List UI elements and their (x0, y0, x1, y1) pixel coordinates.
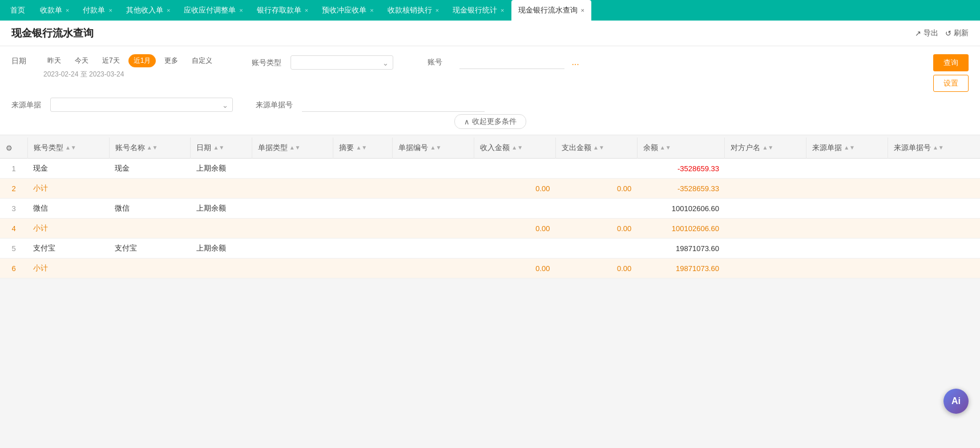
col-label-source_doc: 来源单据 (812, 143, 842, 153)
date-option-更多[interactable]: 更多 (159, 54, 183, 67)
cell-num: 5 (0, 239, 27, 259)
col-header-source_doc_no[interactable]: 来源单据号▲▼ (888, 138, 980, 159)
table-row: 6小计0.000.0019871073.60 (0, 259, 980, 279)
account-type-label: 账号类型 (252, 58, 281, 68)
col-header-expense[interactable]: 支出金额▲▼ (555, 138, 637, 159)
nav-tab-收款核销执行[interactable]: 收款核销执行× (381, 0, 446, 21)
collapse-icon: ∧ (464, 118, 470, 126)
cell-num: 1 (0, 159, 27, 179)
cell-expense (555, 239, 637, 259)
nav-tab-现金银行统计[interactable]: 现金银行统计× (446, 0, 511, 21)
source-doc-select[interactable] (50, 98, 233, 112)
sort-icon-doc_no: ▲▼ (430, 145, 441, 151)
cell-num: 2 (0, 179, 27, 199)
col-label-income: 收入金额 (480, 143, 510, 153)
cell-summary (333, 239, 393, 259)
table-settings-icon[interactable]: ⚙ (6, 144, 13, 152)
collapse-row: ∧ 收起更多条件 (11, 114, 969, 129)
account-dots-button[interactable]: ... (571, 57, 579, 67)
settings-button[interactable]: 设置 (933, 75, 969, 92)
col-label-summary: 摘要 (339, 143, 354, 153)
col-label-date: 日期 (196, 143, 211, 153)
table-body: 1现金现金上期余额-3528659.332小计0.000.00-3528659.… (0, 159, 980, 279)
collapse-button[interactable]: ∧ 收起更多条件 (454, 114, 526, 129)
col-header-balance[interactable]: 余额▲▼ (637, 138, 725, 159)
page-header: 现金银行流水查询 ↗ 导出 ↺ 刷新 (0, 21, 980, 46)
source-doc-no-input[interactable] (302, 98, 485, 112)
tab-close-icon[interactable]: × (581, 7, 584, 14)
cell-account_name (109, 179, 191, 199)
col-header-account_name[interactable]: 账号名称▲▼ (109, 138, 191, 159)
date-option-自定义[interactable]: 自定义 (187, 54, 217, 67)
col-header-counterparty[interactable]: 对方户名▲▼ (725, 138, 806, 159)
tab-close-icon[interactable]: × (239, 7, 243, 14)
nav-tab-收款单[interactable]: 收款单× (33, 0, 76, 21)
date-option-近7天[interactable]: 近7天 (97, 54, 125, 67)
tab-close-icon[interactable]: × (501, 7, 504, 14)
refresh-icon: ↺ (945, 29, 951, 38)
nav-tab-银行存取款单[interactable]: 银行存取款单× (250, 0, 315, 21)
table-header: ⚙账号类型▲▼账号名称▲▼日期▲▼单据类型▲▼摘要▲▼单据编号▲▼收入金额▲▼支… (0, 138, 980, 159)
col-header-doc_type[interactable]: 单据类型▲▼ (252, 138, 333, 159)
cell-doc_type (252, 199, 333, 219)
sort-icon-account_type: ▲▼ (65, 145, 76, 151)
account-type-select[interactable] (291, 55, 393, 70)
cell-counterparty (725, 239, 806, 259)
tab-close-icon[interactable]: × (305, 7, 308, 14)
tab-close-icon[interactable]: × (167, 7, 170, 14)
date-option-今天[interactable]: 今天 (70, 54, 94, 67)
tab-close-icon[interactable]: × (435, 7, 439, 14)
sort-icon-source_doc: ▲▼ (844, 145, 855, 151)
tab-close-icon[interactable]: × (108, 7, 112, 14)
nav-tab-应收应付调整单[interactable]: 应收应付调整单× (177, 0, 249, 21)
col-header-summary[interactable]: 摘要▲▼ (333, 138, 393, 159)
account-label: 账号 (428, 57, 450, 67)
col-header-date[interactable]: 日期▲▼ (191, 138, 252, 159)
tab-close-icon[interactable]: × (66, 7, 69, 14)
nav-tab-其他收入单[interactable]: 其他收入单× (119, 0, 177, 21)
query-button[interactable]: 查询 (933, 54, 969, 71)
col-label-expense: 支出金额 (562, 143, 591, 153)
sort-icon-source_doc_no: ▲▼ (933, 145, 944, 151)
col-header-account_type[interactable]: 账号类型▲▼ (27, 138, 109, 159)
cell-source_doc_no (888, 239, 980, 259)
source-doc-label: 来源单据 (11, 100, 41, 110)
cell-source_doc_no (888, 179, 980, 199)
col-header-income[interactable]: 收入金额▲▼ (474, 138, 556, 159)
cell-source_doc (806, 259, 888, 279)
cell-balance: 100102606.60 (637, 199, 725, 219)
nav-tab-付款单[interactable]: 付款单× (76, 0, 119, 21)
cell-doc_type (252, 259, 333, 279)
cell-summary (333, 259, 393, 279)
cell-expense (555, 199, 637, 219)
cell-source_doc_no (888, 259, 980, 279)
cell-account_type: 小计 (27, 179, 109, 199)
cell-summary (333, 199, 393, 219)
date-option-近1月[interactable]: 近1月 (128, 54, 156, 67)
date-option-昨天[interactable]: 昨天 (42, 54, 66, 67)
account-type-select-wrapper (291, 55, 393, 70)
nav-home[interactable]: 首页 (2, 0, 33, 21)
nav-tabs: 收款单×付款单×其他收入单×应收应付调整单×银行存取款单×预收冲应收单×收款核销… (33, 0, 591, 21)
sort-icon-date: ▲▼ (213, 145, 224, 151)
account-input[interactable] (459, 55, 564, 69)
cell-date (191, 179, 252, 199)
page-title: 现金银行流水查询 (11, 26, 94, 40)
sort-icon-balance: ▲▼ (660, 145, 671, 151)
export-button[interactable]: ↗ 导出 (915, 28, 938, 38)
cell-expense (555, 159, 637, 179)
cell-balance: 100102606.60 (637, 219, 725, 239)
table-header-row: ⚙账号类型▲▼账号名称▲▼日期▲▼单据类型▲▼摘要▲▼单据编号▲▼收入金额▲▼支… (0, 138, 980, 159)
cell-doc_type (252, 159, 333, 179)
cell-doc_no (393, 259, 474, 279)
col-header-doc_no[interactable]: 单据编号▲▼ (393, 138, 474, 159)
tab-close-icon[interactable]: × (370, 7, 373, 14)
col-header-source_doc[interactable]: 来源单据▲▼ (806, 138, 888, 159)
nav-tab-预收冲应收单[interactable]: 预收冲应收单× (315, 0, 380, 21)
sort-icon-doc_type: ▲▼ (289, 145, 301, 151)
refresh-button[interactable]: ↺ 刷新 (945, 28, 969, 38)
nav-tab-现金银行流水查询[interactable]: 现金银行流水查询× (511, 0, 591, 21)
cell-source_doc (806, 179, 888, 199)
table-row: 3微信微信上期余额100102606.60 (0, 199, 980, 219)
table-row: 1现金现金上期余额-3528659.33 (0, 159, 980, 179)
